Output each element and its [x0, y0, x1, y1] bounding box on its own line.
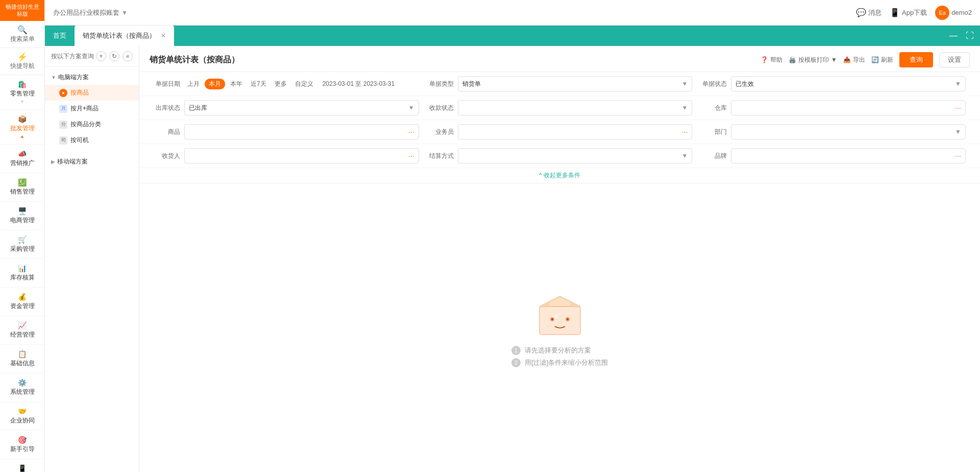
- scheme-item-by-month-goods[interactable]: 月 按月+商品: [45, 101, 139, 116]
- sidebar-item-search[interactable]: 🔍 搜索菜单: [0, 21, 44, 48]
- bill-type-select[interactable]: 销货单 ▼: [458, 76, 693, 91]
- scheme-item-by-category[interactable]: 分 按商品分类: [45, 116, 139, 132]
- date-more[interactable]: 更多: [272, 78, 290, 90]
- sidebar-item-retail[interactable]: 🛍️ 零售管理 ▼: [0, 75, 44, 110]
- salesperson-dots-icon[interactable]: ···: [682, 128, 688, 136]
- query-button[interactable]: 查询: [899, 52, 933, 67]
- inventory-icon: 📊: [18, 264, 27, 272]
- date-last-month[interactable]: 上月: [184, 78, 203, 90]
- warehouse-dots-icon[interactable]: ···: [955, 104, 961, 112]
- brand-dots-icon[interactable]: ···: [955, 152, 961, 160]
- receiver-dots-icon[interactable]: ···: [408, 152, 414, 160]
- sidebar-item-finance[interactable]: 💰 资金管理: [0, 288, 44, 316]
- scheme-add-btn[interactable]: +: [96, 51, 106, 61]
- chevron-down-icon: ▼: [20, 99, 24, 104]
- date-this-year[interactable]: 本年: [227, 78, 246, 90]
- home-tab-label: 首页: [53, 31, 66, 40]
- help-btn[interactable]: ❓ 帮助: [761, 56, 782, 64]
- tab-maximize-icon[interactable]: ⛶: [964, 29, 976, 42]
- empty-svg: [529, 289, 591, 340]
- filter-date-cell: 单据日期 上月 本月 本年 近7天 更多 自定义 2023-03-01 至 20…: [150, 78, 423, 90]
- date-this-month[interactable]: 本月: [205, 79, 225, 89]
- sales-report-tab-label: 销货单统计表（按商品）: [83, 31, 156, 40]
- settings-button[interactable]: 设置: [939, 52, 970, 67]
- collapse-bar[interactable]: ^ 收起更多条件: [139, 168, 980, 183]
- sidebar-item-collab[interactable]: 🤝 企业协同: [0, 402, 44, 431]
- brand-input[interactable]: ···: [731, 148, 966, 163]
- export-btn[interactable]: 📤 导出: [843, 56, 865, 64]
- filter-warehouse-cell: 仓库 ···: [696, 100, 970, 115]
- sidebar: 畅捷信好生意 标版 🔍 搜索菜单 ⚡ 快捷导航 🛍️ 零售管理 ▼ 📦 批发管理…: [0, 0, 45, 472]
- date-custom[interactable]: 自定义: [292, 78, 316, 90]
- sidebar-item-ecommerce[interactable]: 🖥️ 电商管理: [0, 202, 44, 230]
- filter-receiver-cell: 收货人 ···: [150, 148, 423, 163]
- phone-icon: 📱: [890, 8, 900, 17]
- scheme-desktop-section-title[interactable]: ▼ 电脑端方案: [45, 70, 139, 85]
- sales-icon: 💹: [18, 178, 27, 186]
- scheme-refresh-btn[interactable]: ↻: [109, 51, 119, 61]
- out-status-label: 出库状态: [154, 104, 184, 112]
- scheme-item-by-goods[interactable]: ● 按商品: [45, 85, 139, 101]
- bill-status-select[interactable]: 已生效 ▼: [731, 76, 966, 91]
- filters-wrapper: 单据日期 上月 本月 本年 近7天 更多 自定义 2023-03-01 至 20…: [139, 72, 980, 183]
- sidebar-item-appstore[interactable]: 📱 应用中心: [0, 459, 44, 472]
- scheme-mobile-section-title[interactable]: ▶ 移动端方案: [45, 154, 139, 169]
- dept-select[interactable]: ▼: [731, 124, 966, 139]
- out-status-select[interactable]: 已出库 ▼: [184, 100, 419, 115]
- scheme-item-by-driver[interactable]: 司 按司机: [45, 132, 139, 148]
- sidebar-item-system[interactable]: ⚙️ 系统管理: [0, 373, 44, 402]
- sidebar-item-wholesale[interactable]: 📦 批发管理 ▲: [0, 110, 44, 145]
- filter-bill-status-cell: 单据状态 已生效 ▼: [696, 76, 970, 91]
- tab-minimize-icon[interactable]: —: [947, 29, 960, 42]
- sidebar-item-sales[interactable]: 💹 销售管理: [0, 173, 44, 202]
- goods-dots-icon[interactable]: ···: [408, 128, 414, 136]
- sidebar-item-operations[interactable]: 📈 经营管理: [0, 316, 44, 345]
- refresh-icon: 🔄: [871, 56, 879, 63]
- filter-collect-status-cell: 收款状态 ▼: [423, 100, 697, 115]
- goods-input[interactable]: ···: [184, 124, 419, 139]
- svg-marker-3: [570, 301, 580, 306]
- sidebar-item-marketing[interactable]: 📣 营销推广: [0, 145, 44, 173]
- help-icon: ❓: [761, 56, 768, 63]
- scheme-panel: 按以下方案查询 + ↻ « ▼ 电脑端方案 ● 按商品 月 按月+: [45, 46, 139, 472]
- sidebar-item-inventory[interactable]: 📊 库存核算: [0, 259, 44, 288]
- app-download-btn[interactable]: 📱 App下载: [890, 8, 927, 17]
- by-goods-label: 按商品: [70, 88, 89, 97]
- receiver-input[interactable]: ···: [184, 148, 419, 163]
- warehouse-input[interactable]: ···: [731, 100, 966, 115]
- message-btn[interactable]: 💬 消息: [856, 8, 881, 17]
- tab-close-icon[interactable]: ✕: [161, 32, 166, 39]
- hint-text-1: 请先选择要分析的方案: [525, 346, 591, 355]
- by-month-goods-icon: 月: [59, 105, 67, 113]
- hint-num-1: 1: [511, 346, 521, 355]
- export-label: 导出: [853, 56, 865, 64]
- sidebar-item-purchase[interactable]: 🛒 采购管理: [0, 230, 44, 259]
- settle-method-select[interactable]: ▼: [458, 148, 693, 163]
- export-icon: 📤: [843, 56, 851, 63]
- page-actions: ❓ 帮助 🖨️ 按模板打印 ▼ 📤 导出 🔄 刷新: [761, 52, 970, 67]
- date-last-7days[interactable]: 近7天: [248, 78, 270, 90]
- guide-icon: 🎯: [18, 436, 27, 444]
- user-menu[interactable]: Ea demo2: [935, 6, 972, 20]
- tab-home[interactable]: 首页: [45, 26, 75, 46]
- filter-brand-cell: 品牌 ···: [696, 148, 970, 163]
- print-btn[interactable]: 🖨️ 按模板打印 ▼: [789, 56, 837, 64]
- message-icon: 💬: [856, 8, 866, 17]
- workspace-selector[interactable]: 办公用品行业模拟账套 ▼: [53, 8, 128, 17]
- sidebar-item-guide[interactable]: 🎯 新手引导: [0, 431, 44, 459]
- refresh-btn[interactable]: 🔄 刷新: [871, 56, 893, 64]
- settle-chevron-icon: ▼: [681, 152, 688, 159]
- sidebar-item-quick-nav[interactable]: ⚡ 快捷导航: [0, 48, 44, 75]
- tab-sales-report[interactable]: 销货单统计表（按商品） ✕: [75, 26, 174, 46]
- collect-status-select[interactable]: ▼: [458, 100, 693, 115]
- scheme-panel-actions: + ↻ «: [96, 51, 133, 61]
- page-header: 销货单统计表（按商品） ❓ 帮助 🖨️ 按模板打印 ▼ 📤 导出: [139, 46, 980, 72]
- bill-status-chevron-icon: ▼: [955, 80, 961, 87]
- sidebar-item-basic-info[interactable]: 📋 基础信息: [0, 345, 44, 373]
- scheme-collapse-btn[interactable]: «: [122, 51, 133, 61]
- message-label: 消息: [868, 8, 881, 17]
- collect-status-label: 收款状态: [427, 104, 458, 112]
- scheme-mobile-section: ▶ 移动端方案: [45, 151, 139, 172]
- salesperson-input[interactable]: ···: [458, 124, 693, 139]
- goods-label: 商品: [154, 128, 184, 136]
